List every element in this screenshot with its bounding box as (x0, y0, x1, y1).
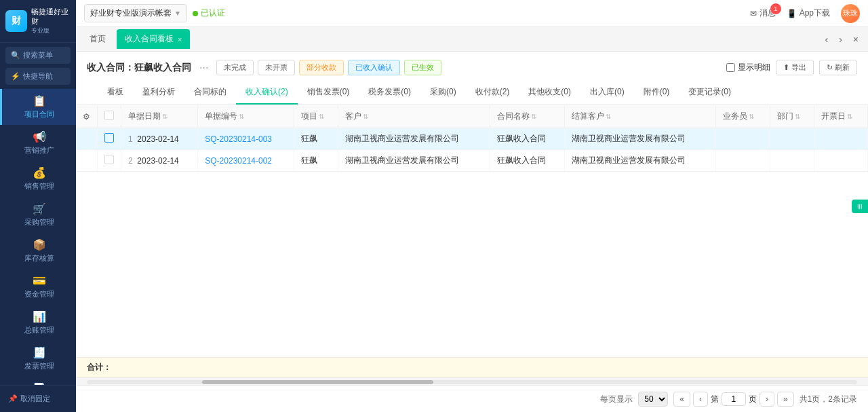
sub-tab-revenue-confirm[interactable]: 收入确认(2) (236, 81, 298, 105)
company-dropdown-icon: ▼ (174, 10, 181, 17)
th-customer: 客户⇅ (338, 105, 490, 128)
sidebar-item-general[interactable]: 📊 总账管理 (0, 305, 76, 341)
th-contract-name: 合同名称⇅ (490, 105, 564, 128)
scrollbar-track (87, 380, 857, 384)
sidebar-item-marketing[interactable]: 📢 营销推广 (0, 125, 76, 161)
sort-customer-icon[interactable]: ⇅ (363, 113, 368, 120)
data-table: ⚙ 单据日期⇅ 单据编号⇅ 项目⇅ (76, 105, 868, 172)
sidebar-item-sales[interactable]: 💰 销售管理 (0, 161, 76, 197)
row2-check[interactable] (98, 150, 121, 172)
sub-tab-sales-invoice[interactable]: 销售发票(0) (298, 81, 359, 105)
status-effective-button[interactable]: 已生效 (404, 60, 441, 75)
right-sidebar-toggle[interactable]: ≡ (852, 199, 868, 212)
user-avatar[interactable]: 珠珠 (841, 4, 860, 23)
tab-close-all-button[interactable]: × (849, 31, 863, 48)
app-download-button[interactable]: 📱 App下载 (787, 7, 830, 19)
sub-tab-profit[interactable]: 盈利分析 (133, 81, 184, 105)
pin-icon: 📌 (8, 394, 18, 403)
prev-page-button[interactable]: ‹ (693, 392, 708, 407)
last-page-button[interactable]: » (777, 392, 794, 407)
status-incomplete-button[interactable]: 未完成 (216, 60, 254, 75)
sort-invoice-date-icon[interactable]: ⇅ (847, 113, 852, 120)
status-partial-payment-button[interactable]: 部分收款 (299, 60, 344, 75)
sidebar-item-invoice[interactable]: 🧾 发票管理 (0, 341, 76, 377)
message-icon: ✉ (750, 9, 757, 18)
tabbar-nav: ‹ › × (821, 31, 863, 48)
page-size-select[interactable]: 50 (638, 392, 668, 407)
sidebar-item-project[interactable]: 📋 项目合同 (0, 89, 76, 125)
show-detail-checkbox[interactable] (726, 63, 735, 72)
tab-home[interactable]: 首页 (81, 29, 114, 49)
main-area: 好业财专业版演示帐套 ▼ 已认证 ✉ 消息 1 📱 App下载 珠珠 首页 (76, 0, 868, 412)
sub-tab-warehouse[interactable]: 出入库(0) (580, 81, 634, 105)
data-table-area: ⚙ 单据日期⇅ 单据编号⇅ 项目⇅ (76, 105, 868, 357)
status-revenue-confirmed-button[interactable]: 已收入确认 (348, 60, 400, 75)
th-date: 单据日期⇅ (121, 105, 198, 128)
sort-dept-icon[interactable]: ⇅ (795, 113, 800, 120)
right-sidebar-icon[interactable]: ≡ (854, 203, 865, 208)
sub-tab-tax-invoice[interactable]: 税务发票(0) (359, 81, 420, 105)
tab-prev-button[interactable]: ‹ (821, 31, 832, 48)
row2-settlement-customer: 湖南卫视商业运营发展有限公司 (564, 150, 716, 172)
row1-settlement-customer: 湖南卫视商业运营发展有限公司 (564, 128, 716, 150)
row2-number-link[interactable]: SQ-20230214-002 (205, 156, 272, 166)
search-menu-button[interactable]: 🔍 搜索菜单 (5, 47, 71, 64)
logo-icon: 财 (5, 10, 27, 32)
checkbox-column-header (98, 105, 121, 128)
contract-more-button[interactable]: ··· (199, 62, 208, 74)
sub-tab-change-log[interactable]: 变更记录(0) (679, 81, 741, 105)
row1-checkbox[interactable] (104, 133, 114, 143)
row2-checkbox[interactable] (104, 155, 114, 164)
row1-number: SQ-20230214-003 (198, 128, 294, 150)
refresh-button[interactable]: ↻ 刷新 (819, 60, 857, 75)
row1-number-link[interactable]: SQ-20230214-003 (205, 134, 272, 144)
sub-tab-attachment[interactable]: 附件(0) (634, 81, 679, 105)
content-area: 收入合同：狂飙收入合同 ··· 未完成 未开票 部分收款 已收入确认 已生效 显… (76, 52, 868, 412)
th-number: 单据编号⇅ (198, 105, 294, 128)
sort-contract-icon[interactable]: ⇅ (531, 113, 536, 120)
scrollbar-thumb[interactable] (202, 380, 433, 384)
sub-tab-other-income[interactable]: 其他收支(0) (519, 81, 580, 105)
row2-invoice-date (814, 150, 867, 172)
th-salesperson: 业务员⇅ (716, 105, 770, 128)
sort-number-icon[interactable]: ⇅ (239, 113, 244, 120)
th-project: 项目⇅ (294, 105, 338, 128)
topbar: 好业财专业版演示帐套 ▼ 已认证 ✉ 消息 1 📱 App下载 珠珠 (76, 0, 868, 27)
company-selector[interactable]: 好业财专业版演示帐套 ▼ (84, 4, 187, 22)
sidebar-item-finance[interactable]: 💳 资金管理 (0, 269, 76, 305)
table-row: 1 2023-02-14 SQ-20230214-003 狂飙 湖南卫视商业运营… (76, 128, 868, 150)
page-nav: « ‹ 第 页 › » (673, 392, 793, 407)
sidebar-item-inventory[interactable]: 📦 库存核算 (0, 233, 76, 269)
settings-column-header[interactable]: ⚙ (76, 105, 98, 128)
horizontal-scrollbar[interactable] (76, 377, 868, 386)
sub-tab-purchase[interactable]: 采购(0) (420, 81, 466, 105)
sub-tab-board[interactable]: 看板 (98, 81, 133, 105)
pagination: 每页显示 50 « ‹ 第 页 › » 共1页，2条记录 (76, 386, 868, 412)
sub-tabs: 看板 盈利分析 合同标的 收入确认(2) 销售发票(0) 税务发票(0) 采购(… (87, 81, 857, 105)
row1-check[interactable] (98, 128, 121, 150)
sidebar-item-purchase[interactable]: 🛒 采购管理 (0, 197, 76, 233)
sort-project-icon[interactable]: ⇅ (319, 113, 324, 120)
page-number-input[interactable] (722, 392, 746, 406)
sort-sales-icon[interactable]: ⇅ (749, 113, 754, 120)
tab-close-icon[interactable]: × (178, 35, 182, 43)
select-all-checkbox[interactable] (104, 111, 114, 120)
unpin-button[interactable]: 📌 取消固定 (5, 391, 71, 407)
sidebar-item-tax[interactable]: 📑 税务管理 (0, 377, 76, 385)
status-uninvoiced-button[interactable]: 未开票 (258, 60, 295, 75)
sub-tab-payment[interactable]: 收付款(2) (466, 81, 519, 105)
page-label: 第 (711, 394, 719, 405)
next-page-button[interactable]: › (760, 392, 774, 407)
tab-contract-board[interactable]: 收入合同看板 × (117, 29, 190, 49)
page-total-info: 共1页，2条记录 (800, 394, 857, 405)
messages-button[interactable]: ✉ 消息 1 (750, 7, 776, 19)
export-button[interactable]: ⬆ 导出 (776, 60, 814, 75)
sort-settlement-icon[interactable]: ⇅ (606, 113, 611, 120)
sub-tab-subject[interactable]: 合同标的 (184, 81, 236, 105)
quick-nav-button[interactable]: ⚡ 快捷导航 (5, 68, 71, 85)
invoice-icon: 🧾 (33, 346, 46, 359)
sort-date-icon[interactable]: ⇅ (162, 113, 167, 120)
show-detail-checkbox-label[interactable]: 显示明细 (726, 60, 770, 75)
tab-next-button[interactable]: › (835, 31, 846, 48)
first-page-button[interactable]: « (673, 392, 690, 407)
